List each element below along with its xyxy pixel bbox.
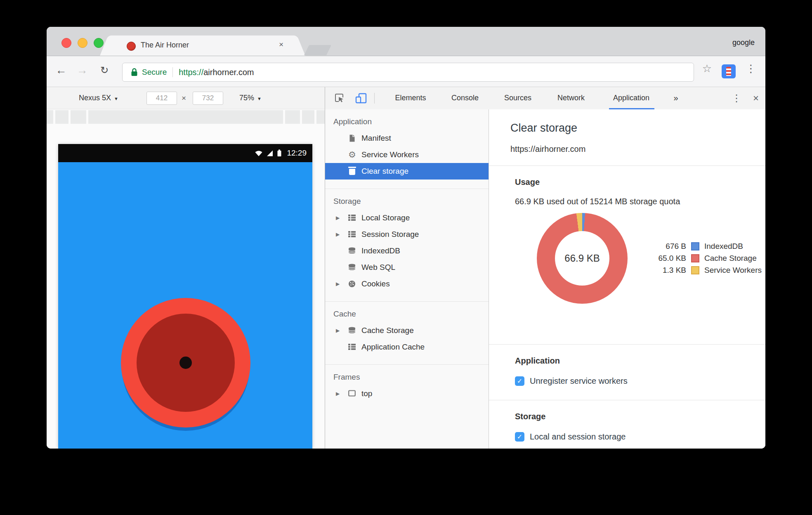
devtools-body: Application Manifest ⚙ Service Workers — [325, 109, 765, 449]
table-icon — [348, 214, 356, 222]
divider — [489, 400, 765, 400]
toggle-device-toolbar-icon[interactable] — [355, 92, 367, 104]
browser-menu-icon[interactable]: ⋮ — [746, 62, 756, 75]
forward-icon: → — [74, 62, 90, 78]
minimize-window-button[interactable] — [78, 38, 87, 48]
air-horn-center-dot — [179, 357, 192, 369]
disclosure-triangle-icon[interactable]: ▶ — [336, 276, 340, 292]
sidebar-item-application-cache[interactable]: Application Cache — [325, 339, 489, 355]
phone-status-bar: 12:29 — [58, 144, 312, 162]
toolbar-divider — [374, 93, 375, 104]
cookie-icon — [348, 280, 356, 288]
devtools-menu-icon[interactable]: ⋮ — [732, 87, 741, 109]
browser-window: The Air Horner × google ← → ↻ Secure htt — [47, 27, 765, 449]
tab-console[interactable]: Console — [451, 87, 479, 109]
disclosure-triangle-icon[interactable]: ▶ — [336, 210, 340, 226]
battery-icon — [277, 149, 282, 157]
storage-heading: Storage — [510, 412, 765, 421]
section-header: Storage — [325, 193, 489, 210]
section-header: Application — [325, 113, 489, 130]
site-favicon — [127, 42, 136, 51]
checkbox-row-local-session[interactable]: ✓ Local and session storage — [510, 432, 765, 442]
disclosure-triangle-icon[interactable]: ▶ — [336, 226, 340, 243]
inspect-element-icon[interactable] — [334, 92, 345, 104]
more-tabs-icon[interactable]: » — [673, 87, 678, 109]
usage-donut-chart: 66.9 KB 676 B IndexedDB 65.0 KB — [510, 206, 765, 331]
usage-heading: Usage — [510, 177, 765, 187]
screenshot-stage: The Air Horner × google ← → ↻ Secure htt — [0, 0, 812, 515]
tab-close-icon[interactable]: × — [279, 40, 283, 49]
sidebar-section-frames: Frames ▶ top — [325, 365, 489, 411]
legend-swatch-cache-storage — [691, 254, 699, 262]
devtools-toolbar: Elements Console Sources Network Applica… — [325, 87, 765, 110]
sidebar-item-clear-storage[interactable]: Clear storage — [325, 163, 489, 180]
zoom-selector[interactable]: 75%▼ — [239, 87, 262, 109]
media-query-segment — [55, 110, 68, 124]
checkbox-checked[interactable]: ✓ — [515, 432, 524, 442]
tab-application[interactable]: Application — [613, 87, 649, 109]
panel-title: Clear storage — [510, 122, 765, 135]
wifi-icon — [255, 150, 263, 156]
sidebar-item-service-workers[interactable]: ⚙ Service Workers — [325, 146, 489, 163]
sidebar-section-application: Application Manifest ⚙ Service Workers — [325, 109, 489, 189]
omnibox-divider — [172, 67, 173, 77]
device-toolbar: Nexus 5X▼ × 75%▼ — [47, 87, 325, 109]
devtools-panel: Elements Console Sources Network Applica… — [325, 87, 765, 449]
sidebar-item-local-storage[interactable]: ▶ Local Storage — [325, 210, 489, 226]
chart-legend: 676 B IndexedDB 65.0 KB Cache Storage — [628, 240, 762, 276]
air-horn-inner-ring — [137, 314, 235, 412]
reload-icon[interactable]: ↻ — [96, 62, 113, 78]
donut-ring: 66.9 KB — [537, 213, 628, 304]
checkbox-checked[interactable]: ✓ — [515, 376, 524, 386]
fullscreen-window-button[interactable] — [94, 38, 104, 48]
media-query-segment — [316, 110, 325, 124]
media-query-segment — [88, 110, 283, 124]
tab-strip: The Air Horner × google — [47, 27, 765, 56]
media-query-segment — [47, 110, 53, 124]
application-heading: Application — [510, 356, 765, 366]
media-query-segment — [302, 110, 314, 124]
disclosure-triangle-icon[interactable]: ▶ — [336, 385, 340, 402]
donut-center-label: 66.9 KB — [555, 231, 609, 286]
url-host: airhorner.com — [203, 68, 254, 77]
sidebar-item-web-sql[interactable]: Web SQL — [325, 259, 489, 276]
profile-name[interactable]: google — [732, 38, 755, 47]
sidebar-item-cookies[interactable]: ▶ Cookies — [325, 276, 489, 292]
sidebar-item-session-storage[interactable]: ▶ Session Storage — [325, 226, 489, 243]
file-icon — [348, 135, 356, 142]
sidebar-item-indexeddb[interactable]: IndexedDB — [325, 243, 489, 259]
checkbox-row-unregister-sw[interactable]: ✓ Unregister service workers — [510, 376, 765, 386]
sidebar-item-cache-storage[interactable]: ▶ Cache Storage — [325, 322, 489, 339]
address-bar[interactable]: Secure https:// airhorner.com — [122, 63, 694, 82]
back-icon[interactable]: ← — [53, 62, 69, 78]
secure-lock-icon — [131, 68, 138, 77]
tab-network[interactable]: Network — [557, 87, 585, 109]
bookmark-star-icon[interactable]: ☆ — [702, 62, 712, 75]
tab-sources[interactable]: Sources — [504, 87, 531, 109]
close-window-button[interactable] — [61, 38, 71, 48]
usage-summary: 66.9 KB used out of 15214 MB storage quo… — [510, 197, 765, 206]
security-label[interactable]: Secure — [142, 68, 167, 77]
tab-title: The Air Horner — [141, 41, 189, 50]
sidebar-item-top-frame[interactable]: ▶ top — [325, 385, 489, 402]
viewport-height-input[interactable] — [193, 92, 223, 105]
lighthouse-extension-icon[interactable] — [722, 64, 736, 78]
content-area: Nexus 5X▼ × 75%▼ — [47, 87, 765, 449]
viewport-width-input[interactable] — [146, 92, 177, 105]
sidebar-item-manifest[interactable]: Manifest — [325, 130, 489, 146]
device-selector[interactable]: Nexus 5X▼ — [79, 87, 118, 109]
browser-tab[interactable]: The Air Horner × — [109, 35, 296, 56]
new-tab-button[interactable] — [304, 45, 331, 55]
devtools-close-icon[interactable]: × — [753, 87, 759, 109]
legend-swatch-service-workers — [691, 266, 699, 274]
url-scheme: https:// — [179, 68, 203, 77]
air-horn-button[interactable] — [121, 298, 250, 428]
navigation-toolbar: ← → ↻ Secure https:// airhorner.com ☆ ⋮ — [47, 56, 765, 87]
database-icon — [348, 264, 356, 271]
check-icon: ✓ — [517, 433, 522, 441]
legend-row-service-workers: 1.3 KB Service Workers — [628, 264, 762, 276]
section-header: Frames — [325, 369, 489, 385]
disclosure-triangle-icon[interactable]: ▶ — [336, 322, 340, 339]
tab-elements[interactable]: Elements — [395, 87, 426, 109]
origin-url: https://airhorner.com — [510, 144, 765, 154]
